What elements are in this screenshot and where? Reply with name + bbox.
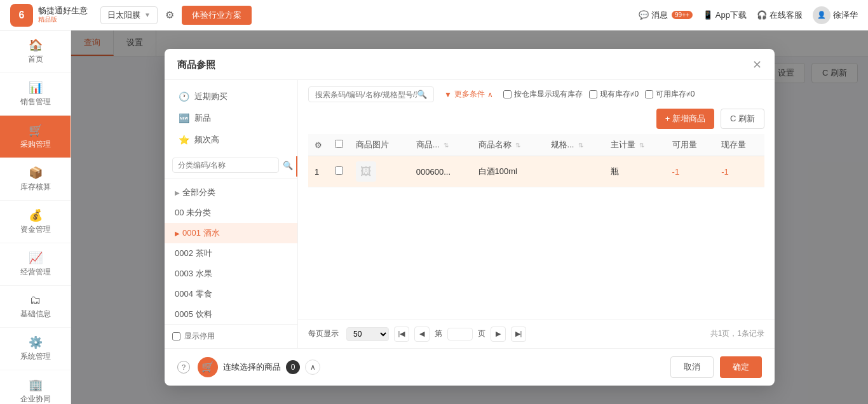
cat-item-0004[interactable]: 0004 零食 [165,284,297,304]
per-page-label: 每页显示 [308,328,339,339]
col-name[interactable]: 商品名称 ⇅ [472,134,545,156]
gear-icon[interactable]: ⚙ [165,9,174,21]
purchase-icon: 🛒 [29,123,43,137]
row-checkbox[interactable] [335,166,343,175]
prev-page-btn[interactable]: ◀ [414,327,430,342]
cell-unit: 瓶 [604,156,666,187]
cat-item-0005[interactable]: 0005 饮料 [165,304,297,323]
product-thumbnail: 🖼 [356,161,376,182]
close-icon[interactable]: ✕ [752,58,762,72]
select-all-checkbox[interactable] [335,140,343,148]
sidebar-item-purchase[interactable]: 🛒 采购管理 [0,116,71,158]
category-search: 🔍 [165,154,298,178]
settings-icon[interactable]: ⚙ [315,140,322,150]
sidebar-item-system[interactable]: ⚙️ 系统管理 [0,328,71,370]
table-header-row: ⚙ 商品图片 商品... ⇅ [308,134,764,156]
sidebar-item-inventory[interactable]: 📦 库存核算 [0,158,71,201]
col-settings: ⚙ [308,134,329,156]
usable-filter[interactable]: 可用库存≠0 [645,89,695,100]
cell-available: -1 [666,156,715,187]
online-service[interactable]: 🎧 在线客服 [757,10,803,21]
cancel-button[interactable]: 取消 [670,356,714,378]
notifications[interactable]: 💬 消息 99++ [639,10,693,21]
category-search-input[interactable] [172,158,279,173]
nav-selector[interactable]: 日太阳膜 ▼ [100,6,158,24]
first-page-btn[interactable]: |◀ [394,327,409,342]
recent-icon: 🕐 [179,91,189,102]
left-tab-new[interactable]: 🆕 新品 [172,108,290,128]
col-stock: 现存量 [715,134,764,156]
dialog-overlay: 商品参照 ✕ 🕐 近期购买 🆕 [71,30,868,404]
left-footer: 显示停用 [165,324,297,348]
sidebar-item-home[interactable]: 🏠 首页 [0,30,71,73]
footer-actions: 取消 确定 [670,356,762,378]
show-disabled-input[interactable] [172,332,180,340]
left-tab-recent[interactable]: 🕐 近期购买 [172,86,290,107]
warehouse-checkbox[interactable] [503,90,512,98]
product-search-input[interactable] [315,90,417,99]
sidebar-item-basic[interactable]: 🗂 基础信息 [0,286,71,328]
table-row[interactable]: 1 🖼 000600... 白酒100ml [308,156,764,187]
dialog-body: 🕐 近期购买 🆕 新品 ⭐ 频次高 [165,80,775,347]
expand-icon: ▶ [175,189,180,196]
help-icon[interactable]: ? [177,361,190,374]
user-menu[interactable]: 👤 徐泽华 [813,6,858,24]
refresh-btn[interactable]: C 刷新 [721,109,764,129]
phone-icon: 📱 [703,10,713,20]
show-disabled-checkbox[interactable]: 显示停用 [172,331,290,342]
cat-item-0003[interactable]: 0003 水果 [165,264,297,284]
toolbar-right: + 新增商品 C 刷新 [656,109,764,129]
cell-stock: -1 [715,156,764,187]
left-tab-frequent[interactable]: ⭐ 频次高 [172,130,290,150]
dialog-title: 商品参照 [177,59,215,71]
last-page-btn[interactable]: ▶| [511,327,526,342]
cat-item-0001[interactable]: ▶ 0001 酒水 [165,223,297,243]
navbar-right: 💬 消息 99++ 📱 App下载 🎧 在线客服 👤 徐泽华 [639,6,858,24]
more-filter-btn[interactable]: ▼ 更多条件 ∧ [440,86,497,102]
cart-section: 🛒 连续选择的商品 0 ∧ [198,357,320,377]
logo-sub: 精品版 [38,15,88,24]
inventory-icon: 📦 [29,166,43,180]
warehouse-filter[interactable]: 按仓库显示现有库存 [503,89,583,100]
col-checkbox [329,134,349,156]
cat-item-00[interactable]: 00 未分类 [165,203,297,223]
system-icon: ⚙️ [29,335,43,349]
page-input[interactable]: 1 [447,328,473,340]
available-checkbox[interactable] [589,90,597,98]
new-icon: 🆕 [179,113,189,123]
page-label2: 页 [478,328,485,339]
page-size-select[interactable]: 102050100 [346,327,389,341]
add-product-btn[interactable]: + 新增商品 [656,109,714,129]
app-download[interactable]: 📱 App下载 [703,10,747,21]
sales-icon: 📊 [29,81,43,95]
bell-icon: 💬 [639,10,649,20]
basic-icon: 🗂 [30,293,41,307]
trial-button[interactable]: 体验行业方案 [182,6,252,25]
cell-checkbox [329,156,349,187]
next-page-btn[interactable]: ▶ [491,327,506,342]
sidebar-item-operations[interactable]: 📈 经营管理 [0,243,71,286]
sidebar-item-sales[interactable]: 📊 销售管理 [0,73,71,116]
sidebar-item-enterprise[interactable]: 🏢 企业协同 [0,370,71,404]
dialog-header: 商品参照 ✕ [165,49,775,80]
col-unit[interactable]: 主计量 ⇅ [604,134,666,156]
logo-name: 畅捷通好生意 [38,6,88,16]
sidebar-item-finance[interactable]: 💰 资金管理 [0,201,71,243]
cat-item-0002[interactable]: 0002 茶叶 [165,243,297,264]
cart-count: 0 [286,360,300,374]
collapse-cart-btn[interactable]: ∧ [305,360,320,375]
confirm-button[interactable]: 确定 [720,356,762,378]
navbar: 6 畅捷通好生意 精品版 日太阳膜 ▼ ⚙ 体验行业方案 💬 消息 99++ 📱… [0,0,868,30]
product-search-icon[interactable]: 🔍 [417,90,427,99]
col-spec[interactable]: 规格... ⇅ [545,134,604,156]
usable-checkbox[interactable] [645,90,653,98]
home-icon: 🏠 [29,38,43,52]
right-panel: 🔍 ▼ 更多条件 ∧ 按仓库显示现有库存 [298,80,775,347]
product-reference-dialog: 商品参照 ✕ 🕐 近期购买 🆕 [165,49,775,385]
category-search-icon[interactable]: 🔍 [283,161,293,170]
filter-icon: ▼ [444,90,452,99]
col-code[interactable]: 商品... ⇅ [410,134,472,156]
available-filter[interactable]: 现有库存≠0 [589,89,639,100]
cart-icon[interactable]: 🛒 [198,357,218,377]
cat-item-all[interactable]: ▶ 全部分类 [165,182,297,203]
